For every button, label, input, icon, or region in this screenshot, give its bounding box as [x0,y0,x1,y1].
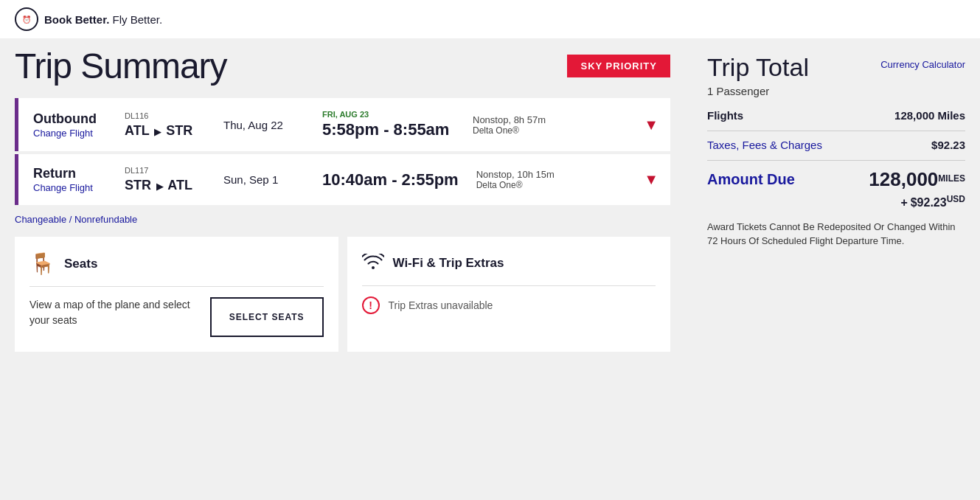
return-from: STR [125,178,151,192]
outbound-class: Delta One® [473,125,569,136]
seat-icon: 🪑 [29,251,55,276]
seats-title: Seats [64,257,97,271]
flights-row: Flights 128,000 Miles [707,109,965,122]
page-title-row: Trip Summary SKY PRIORITY [15,46,670,86]
header: ⏰ Book Better. Fly Better. [0,0,980,38]
logo: ⏰ Book Better. Fly Better. [15,7,162,31]
logo-light: Fly Better. [113,13,163,26]
amount-due-miles: 128,000 [869,168,938,190]
usd-unit: USD [947,194,965,204]
changeable-note: Changeable / Nonrefundable [15,214,670,225]
return-class: Delta One® [476,180,572,190]
seats-description: View a map of the plane and select your … [29,297,195,328]
flights-value: 128,000 Miles [894,109,965,122]
wifi-title: Wi-Fi & Trip Extras [393,256,504,271]
outbound-date-highlight: FRI, AUG 23 [322,110,455,119]
outbound-route: ATL ▶ STR [125,123,206,139]
taxes-value: $92.23 [931,139,965,151]
outbound-from: ATL [125,123,149,138]
amount-due-value: 128,000MILES [869,168,965,191]
passenger-count: 1 Passenger [707,85,965,97]
flights-label: Flights [707,109,743,122]
trip-total-header: Trip Total Currency Calculator [707,53,965,85]
wifi-unavailable: Trip Extras unavailable [389,299,493,311]
return-expand-button[interactable]: ▼ [644,171,658,188]
outbound-expand-button[interactable]: ▼ [644,117,658,133]
logo-text: Book Better. Fly Better. [44,13,162,26]
select-seats-button[interactable]: SELECT SEATS [210,297,324,337]
wifi-icon [362,251,384,275]
return-change-flight[interactable]: Change Flight [33,182,93,193]
logo-bold: Book Better. [44,13,109,26]
amount-due-plus: + [900,196,907,209]
return-arrow: ▶ [156,181,163,192]
outbound-change-flight[interactable]: Change Flight [33,128,93,139]
currency-calculator-link[interactable]: Currency Calculator [880,59,965,70]
return-flight-code: DL117 [125,166,206,175]
outbound-to: STR [166,123,192,138]
outbound-flight-code: DL116 [125,111,206,120]
outbound-flight-card: Outbound Change Flight DL116 ATL ▶ STR T… [15,98,670,151]
award-notice: Award Tickets Cannot Be Redeposited Or C… [707,220,965,249]
logo-icon: ⏰ [15,7,38,31]
outbound-stops: Nonstop, 8h 57m [473,114,569,125]
outbound-arrow: ▶ [154,127,161,137]
outbound-date: Thu, Aug 22 [223,119,305,131]
return-stops: Nonstop, 10h 15m [476,169,572,180]
page-title: Trip Summary [15,46,227,86]
return-flight-card: Return Change Flight DL117 STR ▶ ATL Sun… [15,154,670,205]
return-route: STR ▶ ATL [125,178,206,193]
amount-due-section: Amount Due 128,000MILES + $92.23USD [707,168,965,209]
taxes-row: Taxes, Fees & Charges $92.23 [707,139,965,151]
outbound-type: Outbound [33,111,107,127]
return-type: Return [33,166,107,181]
taxes-label: Taxes, Fees & Charges [707,139,822,151]
amount-due-label: Amount Due [707,171,795,188]
outbound-time: 5:58pm - 8:55am [322,120,455,139]
trip-total-title: Trip Total [707,53,809,82]
wifi-card: Wi-Fi & Trip Extras ! Trip Extras unavai… [347,237,671,352]
return-date: Sun, Sep 1 [223,173,305,186]
return-time: 10:40am - 2:55pm [322,170,459,190]
sky-priority-badge: SKY PRIORITY [567,55,670,77]
alert-icon: ! [362,296,380,314]
miles-unit: MILES [938,173,965,184]
seats-card: 🪑 Seats View a map of the plane and sele… [15,237,338,352]
amount-due-usd: $92.23 [911,196,947,209]
return-to: ATL [167,178,192,192]
